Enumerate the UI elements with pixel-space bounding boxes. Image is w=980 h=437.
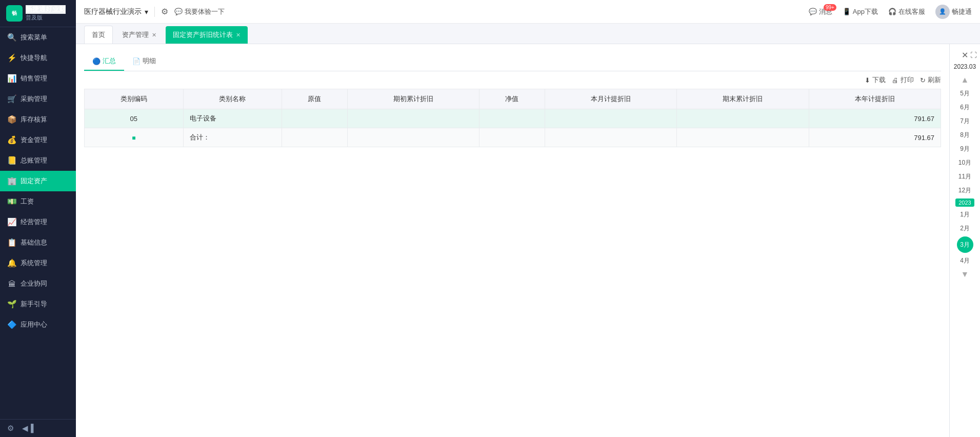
operations-icon: 📈 <box>7 217 16 227</box>
tabbar: 首页资产管理✕固定资产折旧统计表✕ <box>76 24 980 44</box>
sidebar-item-sales[interactable]: 📊 销售管理 <box>0 68 76 89</box>
sidebar-item-label: 基础信息 <box>21 238 47 247</box>
tab-depreciation-report[interactable]: 固定资产折旧统计表✕ <box>166 26 248 44</box>
row-net <box>479 109 545 128</box>
month-item-after-3月[interactable]: 3月 <box>957 236 973 253</box>
fixed-asset-icon: 🏢 <box>7 176 16 186</box>
tab-asset-mgmt[interactable]: 资产管理✕ <box>115 26 164 44</box>
message-badge: 99+ <box>824 4 836 11</box>
tab-close-icon[interactable]: ✕ <box>236 32 241 38</box>
sidebar-item-payroll[interactable]: 💵 工资 <box>0 191 76 212</box>
sidebar-item-label: 资金管理 <box>21 135 47 145</box>
sidebar-scroll: 🔍 搜索菜单⚡ 快捷导航📊 销售管理🛒 采购管理📦 库存核算💰 资金管理📒 总账… <box>0 27 76 419</box>
sidebar-item-operations[interactable]: 📈 经营管理 <box>0 212 76 232</box>
topnav-divider <box>154 7 155 17</box>
month-item-8月[interactable]: 8月 <box>950 128 980 142</box>
subtab-summary-label: 汇总 <box>103 56 116 66</box>
quick-nav-icon: ⚡ <box>7 53 16 63</box>
sidebar-item-search[interactable]: 🔍 搜索菜单 <box>0 27 76 48</box>
row-code: 05 <box>85 109 184 128</box>
download-btn[interactable]: ⬇ 下载 <box>865 75 886 85</box>
subtab-detail[interactable]: 📄 明细 <box>124 52 164 71</box>
topnav-right: 💬 消息 99+ 📱 App下载 🎧 在线客服 👤 畅捷通 <box>809 5 972 19</box>
sales-icon: 📊 <box>7 74 16 83</box>
message-btn[interactable]: 💬 消息 99+ <box>809 7 832 16</box>
col-original: 原值 <box>282 89 348 109</box>
service-btn[interactable]: 🎧 在线客服 <box>888 7 925 16</box>
refresh-btn[interactable]: ↻ 刷新 <box>920 75 941 85</box>
month-item-after-4月[interactable]: 4月 <box>950 254 980 268</box>
sidebar-item-label: 库存核算 <box>21 115 47 124</box>
month-item-after-1月[interactable]: 1月 <box>950 208 980 222</box>
col-name: 类别名称 <box>183 89 282 109</box>
tab-home[interactable]: 首页 <box>84 26 113 44</box>
message-icon: 💬 <box>809 8 817 15</box>
sidebar-bottom: ⚙ ◀▐ <box>0 419 76 437</box>
service-icon: 🎧 <box>888 8 896 15</box>
right-panel-close-icon[interactable]: ✕ <box>962 50 968 60</box>
sidebar-item-label: 快捷导航 <box>21 53 47 63</box>
download-label: 下载 <box>872 75 886 85</box>
sidebar-item-ledger[interactable]: 📒 总账管理 <box>0 150 76 171</box>
sidebar-item-enterprise[interactable]: 🏛 企业协同 <box>0 273 76 294</box>
month-item-10月[interactable]: 10月 <box>950 156 980 170</box>
user-label: 畅捷通 <box>952 7 972 16</box>
month-nav-down[interactable]: ▼ <box>959 268 971 281</box>
sidebar-item-fixed-asset[interactable]: 🏢 固定资产 <box>0 171 76 191</box>
company-selector[interactable]: 医疗器械行业演示 ▾ <box>84 7 148 16</box>
col-initial-accum: 期初累计折旧 <box>347 89 479 109</box>
month-item-11月[interactable]: 11月 <box>950 170 980 184</box>
table-total-row: ■ 合计： 791.67 <box>85 128 941 147</box>
settings-gear-icon[interactable]: ⚙ <box>161 7 168 16</box>
print-btn[interactable]: 🖨 打印 <box>892 75 914 85</box>
total-annual-depr: 791.67 <box>809 128 941 147</box>
depreciation-table: 类别编码 类别名称 原值 期初累计折旧 净值 本月计提折旧 期末累计折旧 本年计… <box>84 89 941 147</box>
sidebar-item-finance[interactable]: 💰 资金管理 <box>0 130 76 150</box>
month-item-12月[interactable]: 12月 <box>950 184 980 197</box>
year-marker: 2023 <box>955 198 974 207</box>
app-download-btn[interactable]: 📱 App下载 <box>843 7 878 16</box>
subtab-summary[interactable]: 🔵 汇总 <box>84 52 124 71</box>
sidebar-item-basic-info[interactable]: 📋 基础信息 <box>0 232 76 253</box>
sidebar-item-label: 销售管理 <box>21 74 47 83</box>
sidebar-item-purchase[interactable]: 🛒 采购管理 <box>0 89 76 109</box>
tab-label: 固定资产折旧统计表 <box>173 30 233 39</box>
month-item-6月[interactable]: 6月 <box>950 101 980 114</box>
app-icon: 📱 <box>843 8 851 15</box>
user-profile[interactable]: 👤 畅捷通 <box>935 5 972 19</box>
settings-icon[interactable]: ⚙ <box>7 424 14 433</box>
sidebar-item-guide[interactable]: 🌱 新手引导 <box>0 294 76 314</box>
collapse-icon[interactable]: ◀▐ <box>22 424 34 433</box>
basic-info-icon: 📋 <box>7 238 16 247</box>
col-ending-accum: 期末累计折旧 <box>677 89 809 109</box>
col-net: 净值 <box>479 89 545 109</box>
row-monthly-depr <box>545 109 677 128</box>
month-item-7月[interactable]: 7月 <box>950 114 980 128</box>
month-item-after-2月[interactable]: 2月 <box>950 222 980 235</box>
year-label: 2023.03 <box>951 62 979 71</box>
print-label: 打印 <box>901 75 914 85</box>
sidebar: 畅 畅捷通好业财 普及版 🔍 搜索菜单⚡ 快捷导航📊 销售管理🛒 采购管理📦 库… <box>0 0 76 437</box>
search-icon: 🔍 <box>7 33 16 42</box>
month-item-5月[interactable]: 5月 <box>950 87 980 101</box>
month-list: 5月6月7月8月9月10月11月12月20231月2月3月4月 <box>950 87 980 268</box>
month-item-9月[interactable]: 9月 <box>950 142 980 156</box>
subtab-summary-icon: 🔵 <box>92 57 101 65</box>
sidebar-item-quick-nav[interactable]: ⚡ 快捷导航 <box>0 48 76 68</box>
enterprise-icon: 🏛 <box>7 279 16 288</box>
month-nav-up[interactable]: ▲ <box>959 73 971 87</box>
app-logo: 畅 畅捷通好业财 普及版 <box>0 0 76 27</box>
right-panel-expand-icon[interactable]: ⛶ <box>970 51 977 59</box>
sidebar-item-app-center[interactable]: 🔷 应用中心 <box>0 314 76 335</box>
system-icon: 🔔 <box>7 259 16 268</box>
guide-icon: 🌱 <box>7 300 16 309</box>
experience-btn[interactable]: 💬 我要体验一下 <box>174 7 225 16</box>
subtabs: 🔵 汇总 📄 明细 <box>84 52 941 71</box>
sidebar-item-label: 固定资产 <box>21 176 47 186</box>
tab-close-icon[interactable]: ✕ <box>152 32 156 38</box>
sidebar-item-system[interactable]: 🔔 系统管理 <box>0 253 76 273</box>
app-center-icon: 🔷 <box>7 320 16 329</box>
total-net <box>479 128 545 147</box>
right-panel-header: ✕ ⛶ <box>950 48 980 62</box>
sidebar-item-inventory[interactable]: 📦 库存核算 <box>0 109 76 130</box>
